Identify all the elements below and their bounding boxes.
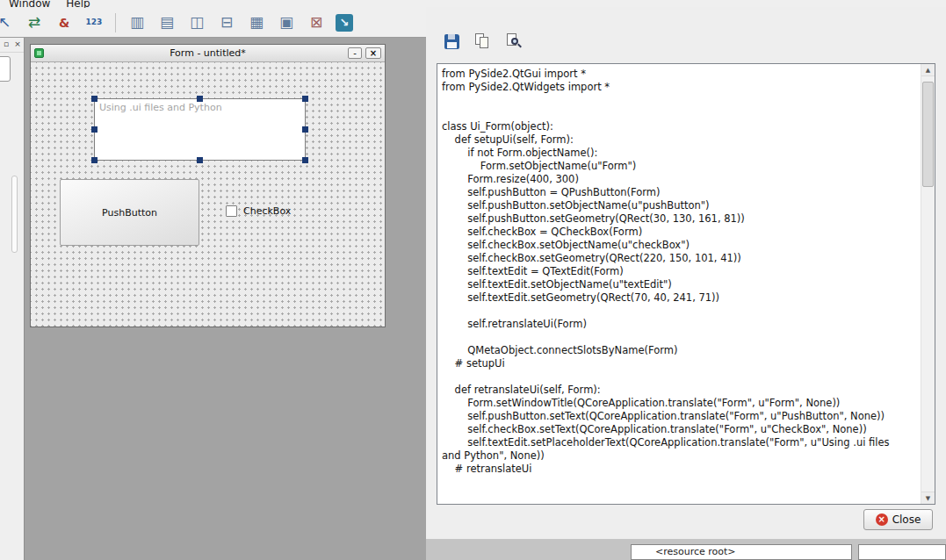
save-button[interactable] <box>442 32 461 51</box>
code-line: self.pushButton.setObjectName(u"pushButt… <box>442 199 921 212</box>
find-preview-icon <box>505 33 522 50</box>
form-window-title: Form - untitled* <box>31 47 385 59</box>
background-dock-strip: <resource root> <box>426 539 946 560</box>
code-line <box>442 331 921 344</box>
code-line: self.checkBox = QCheckBox(Form) <box>442 226 921 239</box>
edit-tab-order-icon[interactable]: 123 <box>83 12 105 33</box>
form-close-button[interactable]: × <box>365 47 381 59</box>
form-designer-window: Form - untitled* - × Using .ui files and… <box>30 44 386 327</box>
toolbar-separator <box>115 13 116 32</box>
pushbutton-widget[interactable]: PushButton <box>60 179 199 246</box>
code-line <box>442 107 921 120</box>
code-line: if not Form.objectName(): <box>442 147 921 160</box>
code-line: self.textEdit.setPlaceholderText(QCoreAp… <box>442 436 921 449</box>
code-preview-dialog: from PySide2.QtGui import *from PySide2.… <box>426 7 946 539</box>
dock-close-icon[interactable]: × <box>13 39 22 49</box>
code-line: self.retranslateUi(Form) <box>442 318 921 331</box>
textedit-placeholder: Using .ui files and Python <box>99 102 222 113</box>
copy-button[interactable] <box>473 32 492 51</box>
code-line: Form.setWindowTitle(QCoreApplication.tra… <box>442 397 921 410</box>
layout-in-form-icon[interactable]: ▣ <box>276 12 297 33</box>
form-titlebar[interactable]: Form - untitled* - × <box>31 45 385 62</box>
checkbox-label: CheckBox <box>243 205 291 217</box>
layout-vertically-icon[interactable]: ▤ <box>156 12 177 33</box>
textedit-widget[interactable]: Using .ui files and Python <box>94 98 306 161</box>
code-line: QMetaObject.connectSlotsByName(Form) <box>442 344 921 357</box>
widget-box-dock: ▫ × <box>0 38 25 560</box>
edit-buddies-icon[interactable]: & <box>54 12 75 33</box>
background-panel[interactable] <box>858 544 946 560</box>
checkbox-indicator[interactable] <box>226 205 237 217</box>
vertical-scrollbar[interactable]: ▲ ▼ <box>921 64 935 504</box>
code-line: # setupUi <box>442 357 921 370</box>
layout-horizontally-in-splitter-icon[interactable]: ◫ <box>186 12 207 33</box>
code-line: self.textEdit.setGeometry(QRect(70, 40, … <box>442 291 921 305</box>
code-line: self.textEdit = QTextEdit(Form) <box>442 265 921 278</box>
selection-handle[interactable] <box>91 157 97 163</box>
break-layout-icon[interactable]: ⊠ <box>306 12 327 33</box>
code-line: self.checkBox.setObjectName(u"checkBox") <box>442 239 921 252</box>
menu-window[interactable]: Window <box>9 0 50 8</box>
dock-scrollbar[interactable] <box>11 176 18 253</box>
code-line: class Ui_Form(object): <box>442 120 921 133</box>
code-view[interactable]: from PySide2.QtGui import *from PySide2.… <box>437 63 935 505</box>
selection-handle[interactable] <box>197 157 203 163</box>
save-icon <box>444 34 459 49</box>
selection-handle[interactable] <box>197 96 203 102</box>
code-line: self.textEdit.setObjectName(u"textEdit") <box>442 278 921 291</box>
code-line: self.checkBox.setGeometry(QRect(220, 150… <box>442 252 921 265</box>
code-line: # retranslateUi <box>442 463 921 476</box>
selection-handle[interactable] <box>91 126 97 133</box>
form-minimize-button[interactable]: - <box>348 47 362 59</box>
code-line: self.pushButton.setGeometry(QRect(30, 13… <box>442 212 921 226</box>
dock-controls: ▫ × <box>0 38 24 53</box>
selection-handle[interactable] <box>302 96 308 102</box>
code-line <box>442 305 921 318</box>
qt-designer-window: WindowHelp ↖⇄&123▥▤◫⊟▦▣⊠↘ ▫ × Form - unt… <box>0 0 946 560</box>
checkbox-widget[interactable]: CheckBox <box>226 205 291 217</box>
copy-icon <box>474 33 490 49</box>
close-button-label: Close <box>892 513 921 526</box>
code-line: def retranslateUi(self, Form): <box>442 384 921 397</box>
scrollbar-up-icon[interactable]: ▲ <box>921 64 935 76</box>
scrollbar-thumb[interactable] <box>922 82 934 187</box>
code-line <box>442 94 921 107</box>
layout-horizontally-icon[interactable]: ▥ <box>126 12 148 33</box>
code-line: Form.resize(400, 300) <box>442 173 921 186</box>
widget-filter-input[interactable] <box>0 56 11 82</box>
form-canvas[interactable]: Using .ui files and Python PushButton Ch… <box>31 62 385 327</box>
code-dialog-toolbar <box>442 32 523 51</box>
adjust-size-icon[interactable]: ↘ <box>336 14 353 32</box>
find-button[interactable] <box>503 32 523 51</box>
menu-help[interactable]: Help <box>66 0 90 8</box>
code-line: self.pushButton.setText(QCoreApplication… <box>442 410 921 423</box>
code-line <box>442 370 921 384</box>
selection-handle[interactable] <box>302 157 308 163</box>
resource-root-item[interactable]: <resource root> <box>631 544 852 560</box>
close-circle-icon: × <box>876 513 888 526</box>
code-line: Form.setObjectName(u"Form") <box>442 160 921 173</box>
code-line: from PySide2.QtGui import * <box>442 68 921 81</box>
close-dialog-button[interactable]: × Close <box>863 509 933 530</box>
code-line: def setupUi(self, Form): <box>442 133 921 147</box>
layout-in-grid-icon[interactable]: ▦ <box>246 12 267 33</box>
code-line: and Python", None)) <box>442 449 921 463</box>
selection-handle[interactable] <box>91 96 97 102</box>
scrollbar-down-icon[interactable]: ▼ <box>921 492 935 504</box>
layout-vertically-in-splitter-icon[interactable]: ⊟ <box>216 12 237 33</box>
dock-float-icon[interactable]: ▫ <box>2 39 11 49</box>
edit-signals-slots-icon[interactable]: ⇄ <box>24 12 45 33</box>
edit-widgets-icon[interactable]: ↖ <box>0 12 15 33</box>
code-line: from PySide2.QtWidgets import * <box>442 81 921 94</box>
selection-handle[interactable] <box>302 126 308 133</box>
code-line: self.pushButton = QPushButton(Form) <box>442 186 921 199</box>
code-line: self.checkBox.setText(QCoreApplication.t… <box>442 423 921 436</box>
code-text: from PySide2.QtGui import *from PySide2.… <box>437 64 921 504</box>
